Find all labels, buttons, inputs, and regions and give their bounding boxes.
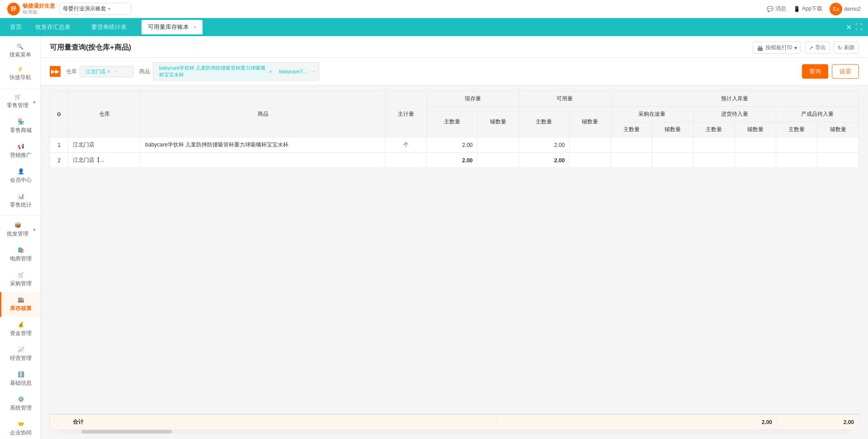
store-selector[interactable]: 母婴行业演示账套 ▾ — [59, 3, 131, 15]
enterprise-label: 企业协同 — [10, 429, 32, 437]
product-tag-1-text: babycare学饮杯 儿童防摔防撞吸管杯重力球吸嘴杯宝宝水杯 — [159, 65, 268, 78]
refresh-label: 刷新 — [844, 44, 855, 52]
retail-mall-icon: 🏪 — [18, 118, 24, 125]
warehouse-more-icon[interactable]: ··· — [114, 68, 118, 75]
row-1-avail-aux — [570, 137, 611, 153]
filter-actions: 查询 设置 — [802, 64, 859, 79]
table-scrollbar[interactable] — [59, 430, 850, 434]
remove-warehouse-tag[interactable]: × — [107, 69, 110, 74]
sidebar-item-operations[interactable]: 📈 经营管理 — [0, 342, 40, 367]
avatar: Ea — [830, 3, 842, 15]
row-2-prod-main — [776, 153, 817, 168]
purchase-label: 采购管理 — [10, 280, 32, 288]
user-menu[interactable]: Ea demo2 — [830, 3, 861, 15]
export-button[interactable]: ↗ 导出 — [805, 42, 830, 54]
th-forecast-group: 预计入库量 — [611, 91, 859, 107]
row-1-pur-transit-aux — [652, 137, 693, 153]
th-product-aux: 辅数量 — [817, 122, 859, 137]
nav-app-download[interactable]: 📱 App下载 — [793, 5, 822, 13]
search-icon: 🔍 — [17, 43, 24, 50]
th-stock-aux: 辅数量 — [477, 107, 519, 137]
wholesale-icon: 📦 — [14, 222, 21, 228]
sidebar-item-wholesale-mgmt[interactable]: 📦 批发管理 ▼ — [0, 217, 40, 242]
sidebar-item-basic-info[interactable]: ℹ️ 基础信息 — [0, 367, 40, 392]
sidebar-item-ecommerce[interactable]: 🛍️ 电商管理 — [0, 242, 40, 267]
inventory-icon: 🏬 — [18, 297, 24, 303]
table-row: 1 江北门店 babycare学饮杯 儿童防摔防撞吸管杯重力球吸嘴杯宝宝水杯 个… — [50, 137, 859, 153]
top-bar: 好 畅捷通好生意 标准版 母婴行业演示账套 ▾ 💬 消息 📱 App下载 Ea … — [0, 0, 868, 18]
sidebar-item-system[interactable]: ⚙️ 系统管理 — [0, 392, 40, 416]
retail-stats-icon: 📊 — [18, 193, 24, 199]
th-avail-aux: 辅数量 — [570, 107, 611, 137]
tab-receipts[interactable]: 收发存汇总表 × — [29, 20, 84, 34]
row-2-pur-transit-aux — [652, 153, 693, 168]
th-incoming-group: 进货待入量 — [693, 107, 776, 122]
sidebar-item-retail-mall[interactable]: 🏪 零售商城 — [0, 114, 40, 139]
row-1-warehouse: 江北门店 — [68, 137, 141, 153]
filter-toggle-btn[interactable]: ▶▶ — [50, 66, 61, 77]
message-icon: 💬 — [767, 6, 774, 12]
chevron-icon: ▲ — [32, 99, 37, 104]
sidebar-top: 🔍 搜索菜单 ⚡ 快捷导航 — [0, 36, 40, 89]
table-scrollbar-thumb[interactable] — [81, 430, 172, 434]
product-more-icon[interactable]: ··· — [311, 68, 315, 75]
th-stock-main: 主数量 — [427, 107, 477, 137]
search-label: 搜索菜单 — [9, 51, 31, 59]
retail-mgmt-label: 零售管理 — [7, 102, 28, 109]
marketing-label: 营销推广 — [10, 151, 32, 159]
sidebar-item-inventory[interactable]: 🏬 库存核算 — [0, 292, 40, 317]
sidebar-item-member[interactable]: 👤 会员中心 — [0, 164, 40, 189]
sidebar-search-menu[interactable]: 🔍 搜索菜单 — [0, 40, 40, 62]
member-label: 会员中心 — [10, 176, 32, 184]
remove-product-tag-1[interactable]: × — [269, 69, 272, 74]
system-label: 系统管理 — [10, 404, 32, 412]
table-area: ⚙ 仓库 商品 主计量 现存量 可用量 预计入库量 主数量 辅数量 主数量 辅数… — [41, 85, 868, 439]
row-1-product: babycare学饮杯 儿童防摔防撞吸管杯重力球吸嘴杯宝宝水杯 — [141, 137, 386, 153]
page-actions: 🖨️ 按模板打印 ▾ ↗ 导出 ↻ 刷新 — [753, 42, 859, 54]
sidebar-item-enterprise[interactable]: 🤝 企业协同 — [0, 416, 40, 439]
sidebar-quick-nav[interactable]: ⚡ 快捷导航 — [0, 62, 40, 85]
sidebar-item-finance[interactable]: 💰 资金管理 — [0, 317, 40, 342]
product-input[interactable]: babycare学饮杯 儿童防摔防撞吸管杯重力球吸嘴杯宝宝水杯 × babyca… — [153, 62, 319, 80]
logo-line2: 标准版 — [23, 9, 55, 15]
close-receipts-tab[interactable]: × — [75, 24, 78, 30]
row-1-prod-main — [776, 137, 817, 153]
footer-label: 合计 — [68, 418, 497, 426]
row-2-avail-main: 2.00 — [519, 153, 569, 168]
row-1-incoming-main — [693, 137, 735, 153]
page-header: 可用量查询(按仓库+商品) 🖨️ 按模板打印 ▾ ↗ 导出 ↻ 刷新 — [41, 36, 868, 58]
printer-icon: 🖨️ — [757, 45, 764, 51]
sidebar-item-retail-stats[interactable]: 📊 零售统计 — [0, 189, 40, 213]
expand-icon[interactable]: ⛶ — [855, 23, 863, 31]
top-bar-left: 好 畅捷通好生意 标准版 母婴行业演示账套 ▾ — [7, 3, 131, 15]
gear-header[interactable]: ⚙ — [50, 91, 68, 137]
row-2-unit — [385, 153, 426, 168]
settings-button[interactable]: 设置 — [832, 64, 859, 79]
inventory-label: 库存核算 — [10, 305, 32, 312]
sidebar-section: 🛒 零售管理 ▲ 🏪 零售商城 📢 营销推广 👤 会员中心 📊 零售统计 — [0, 89, 40, 439]
row-2-stock-aux — [477, 153, 519, 168]
tab-available[interactable]: 可用量库存账本 × — [142, 20, 203, 34]
row-1-avail-main: 2.00 — [519, 137, 569, 153]
store-name: 母婴行业演示账套 — [63, 5, 106, 13]
close-all-icon[interactable]: ✕ — [846, 23, 852, 32]
th-warehouse: 仓库 — [68, 91, 141, 137]
warehouse-input[interactable]: 江北门店 × ··· — [80, 66, 134, 77]
close-available-tab[interactable]: × — [193, 24, 196, 30]
content-area: 可用量查询(按仓库+商品) 🖨️ 按模板打印 ▾ ↗ 导出 ↻ 刷新 ▶▶ — [41, 36, 868, 439]
nav-icon: ⚡ — [17, 66, 24, 72]
tab-home[interactable]: 首页 — [4, 20, 28, 34]
tab-orders[interactable]: 要货单统计表 × — [85, 20, 140, 34]
th-avail-main: 主数量 — [519, 107, 569, 137]
print-button[interactable]: 🖨️ 按模板打印 ▾ — [753, 42, 801, 54]
query-button[interactable]: 查询 — [802, 64, 828, 79]
sidebar-item-marketing[interactable]: 📢 营销推广 — [0, 139, 40, 164]
row-2-pur-transit-main — [611, 153, 652, 168]
retail-mgmt-icon: 🛒 — [14, 94, 21, 100]
sidebar-item-purchase[interactable]: 🛒 采购管理 — [0, 267, 40, 292]
th-product-pending-group: 产成品待入量 — [776, 107, 859, 122]
nav-message[interactable]: 💬 消息 — [767, 5, 786, 13]
refresh-button[interactable]: ↻ 刷新 — [834, 42, 859, 54]
close-orders-tab[interactable]: × — [131, 24, 134, 30]
sidebar-item-retail-mgmt[interactable]: 🛒 零售管理 ▲ — [0, 89, 40, 114]
